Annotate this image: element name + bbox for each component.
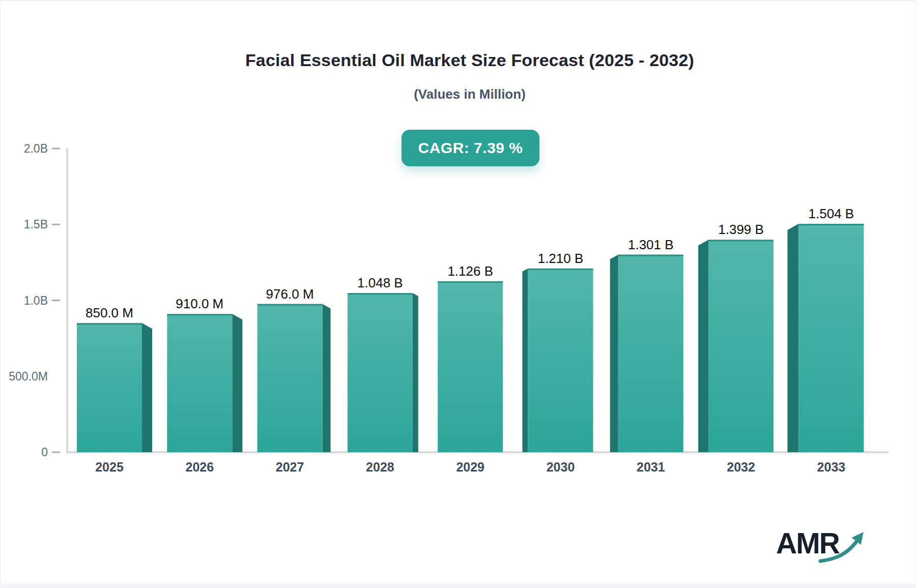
bar-value-label: 850.0 M (85, 305, 133, 320)
y-axis-tick-dash (52, 224, 60, 225)
bottom-strip (1, 583, 915, 587)
bar-top-edge (798, 224, 864, 225)
chart-card: Facial Essential Oil Market Size Forecas… (0, 0, 916, 588)
x-axis-label: 2033 (817, 460, 846, 474)
bar-value-label: 976.0 M (266, 286, 314, 302)
bar-top-edge (438, 281, 503, 283)
bar-front-face (257, 304, 323, 452)
bar-value-label: 1.399 B (718, 222, 764, 237)
y-axis-tick-dash (52, 148, 60, 150)
bar-chart: 2.0B1.5B1.0B500.0M0850.0 M2025910.0 M202… (1, 1, 916, 588)
y-axis-tick-label: 500.0M (9, 370, 48, 383)
bar-side-face (698, 240, 708, 452)
y-axis-tick-dash (52, 300, 60, 301)
x-axis-label: 2026 (185, 460, 214, 474)
bar-side-face (323, 304, 331, 452)
bar-top-edge (348, 293, 413, 295)
bar-front-face (528, 269, 593, 452)
bar-value-label: 1.210 B (538, 251, 584, 266)
bar-value-label: 1.301 B (628, 237, 674, 252)
bar-side-face (523, 269, 528, 452)
bar-side-face (610, 255, 618, 452)
bar-side-face (232, 314, 242, 452)
x-axis-label: 2028 (366, 460, 394, 474)
x-axis-label: 2029 (456, 460, 484, 474)
y-axis-tick-dash (52, 452, 60, 453)
bar-front-face (798, 224, 864, 452)
bar-front-face (438, 281, 503, 452)
bar-value-label: 1.126 B (447, 263, 493, 279)
x-axis-label: 2031 (637, 460, 665, 474)
bar-value-label: 1.048 B (357, 275, 403, 290)
bar-front-face (348, 293, 413, 452)
x-axis-label: 2032 (727, 460, 755, 474)
y-axis-tick-label: 2.0B (24, 142, 48, 155)
bar-value-label: 910.0 M (176, 296, 223, 311)
bar-side-face (787, 224, 798, 452)
y-axis-tick-label: 0 (41, 446, 48, 459)
amr-logo: AMR (776, 529, 898, 575)
bar-side-face (142, 323, 152, 452)
y-axis-tick-label: 1.0B (24, 294, 48, 307)
y-axis-tick-label: 1.5B (24, 218, 48, 231)
bar-top-edge (618, 255, 683, 256)
y-axis-line (66, 149, 68, 452)
bar-front-face (167, 314, 232, 452)
bar-top-edge (528, 269, 593, 270)
bar-value-label: 1.504 B (809, 206, 854, 221)
bar-side-face (413, 293, 418, 452)
bar-top-edge (167, 314, 232, 315)
x-axis-label: 2027 (276, 460, 304, 474)
x-axis-label: 2030 (547, 460, 575, 474)
bar-top-edge (257, 304, 323, 306)
bar-front-face (618, 255, 683, 452)
bar-front-face (708, 240, 774, 452)
bar-front-face (77, 323, 142, 452)
x-axis-label: 2025 (95, 460, 124, 474)
bar-top-edge (708, 240, 774, 241)
bar-top-edge (77, 323, 142, 325)
trend-up-arrow-icon (812, 527, 870, 565)
